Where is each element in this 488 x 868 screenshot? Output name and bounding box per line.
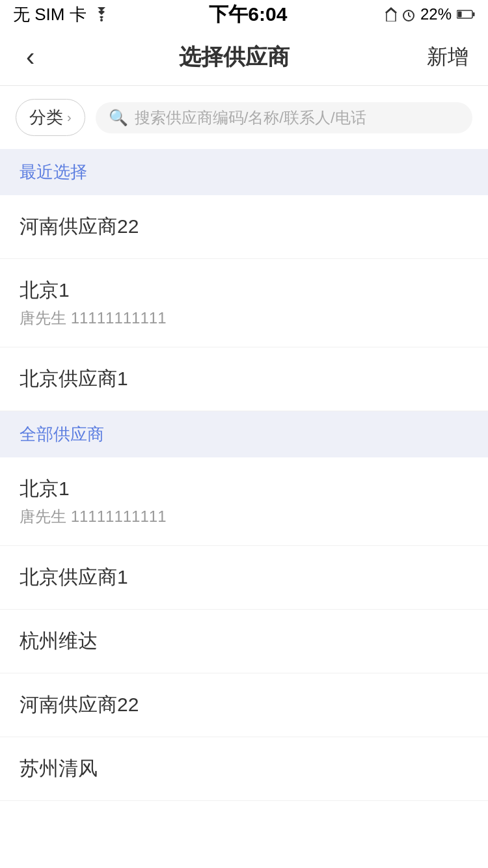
battery-text: 22% [420, 5, 452, 23]
all-section-header: 全部供应商 [0, 411, 488, 457]
category-label: 分类 [29, 106, 63, 129]
item-name: 杭州维达 [20, 628, 468, 655]
search-bar: 🔍 [96, 102, 472, 133]
status-bar: 无 SIM 卡 下午6:04 22% [0, 0, 488, 29]
search-icon: 🔍 [109, 109, 128, 127]
svg-rect-6 [472, 12, 474, 16]
all-list-item[interactable]: 苏州清风 [0, 737, 488, 801]
status-right: 22% [385, 5, 475, 23]
recent-section-header: 最近选择 [0, 149, 488, 195]
recent-list: 河南供应商22北京1唐先生 11111111111北京供应商1 [0, 195, 488, 411]
all-list-item[interactable]: 北京供应商1 [0, 546, 488, 610]
item-name: 河南供应商22 [20, 213, 468, 240]
recent-list-item[interactable]: 河南供应商22 [0, 195, 488, 259]
search-input[interactable] [135, 109, 459, 127]
item-name: 北京供应商1 [20, 366, 468, 392]
status-left: 无 SIM 卡 [13, 3, 111, 26]
all-list-item[interactable]: 杭州维达 [0, 610, 488, 673]
wifi-icon [92, 7, 111, 21]
back-button[interactable]: ‹ [20, 36, 41, 78]
item-name: 北京1 [20, 476, 468, 502]
all-list-item[interactable]: 北京1唐先生 11111111111 [0, 457, 488, 546]
item-name: 北京1 [20, 277, 468, 304]
page-title: 选择供应商 [179, 42, 290, 72]
svg-line-3 [409, 16, 411, 17]
item-name: 河南供应商22 [20, 692, 468, 718]
no-sim-text: 无 SIM 卡 [13, 3, 87, 26]
add-button[interactable]: 新增 [427, 43, 468, 72]
item-name: 北京供应商1 [20, 564, 468, 591]
all-section-label: 全部供应商 [20, 424, 104, 444]
svg-rect-5 [457, 12, 461, 18]
item-sub: 唐先生 11111111111 [20, 308, 468, 329]
chevron-right-icon: › [67, 110, 72, 125]
battery-icon [457, 9, 475, 20]
recent-list-item[interactable]: 北京供应商1 [0, 347, 488, 411]
item-name: 苏州清风 [20, 755, 468, 782]
alarm-icon [402, 7, 415, 21]
filter-bar: 分类 › 🔍 [0, 86, 488, 149]
location-icon [385, 7, 397, 21]
category-filter[interactable]: 分类 › [16, 99, 85, 136]
item-sub: 唐先生 11111111111 [20, 506, 468, 527]
recent-list-item[interactable]: 北京1唐先生 11111111111 [0, 259, 488, 347]
status-time: 下午6:04 [209, 1, 287, 28]
svg-point-0 [100, 19, 103, 21]
all-list-item[interactable]: 河南供应商22 [0, 673, 488, 737]
nav-bar: ‹ 选择供应商 新增 [0, 29, 488, 86]
all-list: 北京1唐先生 11111111111北京供应商1杭州维达河南供应商22苏州清风 [0, 457, 488, 801]
recent-section-label: 最近选择 [20, 162, 87, 182]
